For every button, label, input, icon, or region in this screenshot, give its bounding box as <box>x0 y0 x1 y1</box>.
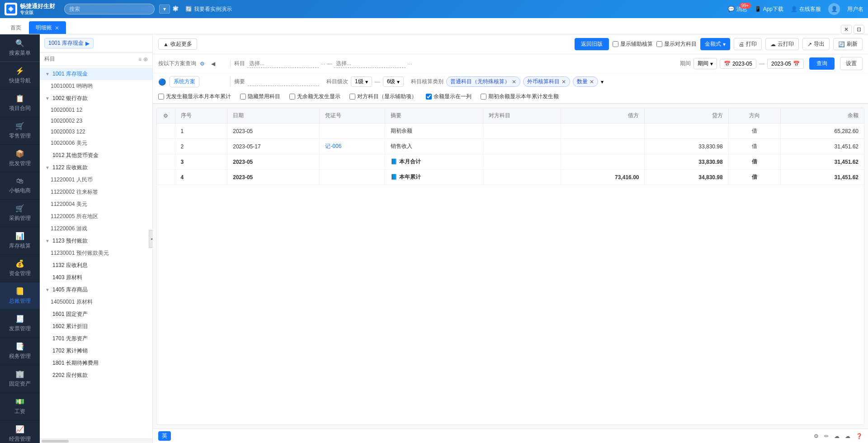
export-btn[interactable]: ↗ 导出 <box>802 38 830 50</box>
back-btn[interactable]: 返回旧版 <box>575 38 609 50</box>
tree-item-1122[interactable]: ▼ 1122 应收账款 <box>40 162 152 174</box>
sidebar-item-search-menu[interactable]: 🔍 搜索菜单 <box>0 34 40 62</box>
filter-collapse-btn[interactable]: ◀ <box>208 60 218 68</box>
period-start-selector[interactable]: 📅 2023-05 <box>720 59 756 69</box>
tree-item-11220004[interactable]: 11220004 美元 <box>40 198 152 210</box>
format-btn[interactable]: 金额式 ▾ <box>700 38 730 50</box>
tree-item-14050001[interactable]: 14050001 原材料 <box>40 296 152 308</box>
tree-item-11230001[interactable]: 11230001 预付账款美元 <box>40 247 152 259</box>
tree-item-1702[interactable]: 1702 累计摊销 <box>40 345 152 357</box>
sidebar-item-invoice-mgmt[interactable]: 🧾 发票管理 <box>0 310 40 338</box>
sidebar-item-capital-mgmt[interactable]: 💰 资金管理 <box>0 255 40 282</box>
online-service-btn[interactable]: 👤 在线客服 <box>791 5 821 13</box>
tree-item-11220006[interactable]: 11220006 游戏 <box>40 223 152 235</box>
subject-end-input[interactable] <box>334 59 406 68</box>
th-gear[interactable]: ⚙ <box>157 108 175 124</box>
show-contra-checkbox[interactable]: 显示对方科目 <box>656 40 697 48</box>
level-start-selector[interactable]: 1级 ▾ <box>351 76 372 87</box>
scroll-thumb[interactable] <box>42 440 69 443</box>
query-btn[interactable]: 查询 <box>809 57 835 70</box>
scheme-btn[interactable]: 系统方案 <box>170 76 199 87</box>
tree-scrollbar-h[interactable] <box>40 438 152 443</box>
tree-item-10020002[interactable]: 10020002 23 <box>40 115 152 126</box>
tree-item-11220005[interactable]: 11220005 所在地区 <box>40 210 152 223</box>
tree-item-2202[interactable]: 2202 应付账款 <box>40 369 152 381</box>
tab-expand-btn[interactable]: ⊡ <box>854 25 864 34</box>
tree-item-1132[interactable]: 1132 应收利息 <box>40 259 152 272</box>
sidebar-item-tax-mgmt[interactable]: 📑 税务管理 <box>0 338 40 365</box>
expand-more-btn[interactable]: ▲ 收起更多 <box>158 38 197 50</box>
sidebar-item-fixed-assets[interactable]: 🏢 固定资产 <box>0 365 40 393</box>
tree-item-10020001[interactable]: 10020001 12 <box>40 105 152 115</box>
sidebar-item-ecommerce[interactable]: 🛍 小畅电商 <box>0 172 40 200</box>
sidebar-item-project-contract[interactable]: 📋 项目合同 <box>0 90 40 117</box>
tag-close-icon-2[interactable]: ✕ <box>561 79 566 85</box>
sidebar-item-payroll[interactable]: 💵 工资 <box>0 393 40 420</box>
avatar[interactable]: 👤 <box>828 3 840 15</box>
voucher-link-2[interactable]: 记-006 <box>325 143 341 149</box>
level-end-selector[interactable]: 6级 ▾ <box>383 76 404 87</box>
tree-item-1701[interactable]: 1701 无形资产 <box>40 333 152 345</box>
sidebar-item-quick-nav[interactable]: ⚡ 快捷导航 <box>0 62 40 90</box>
sidebar-item-purchase-mgmt[interactable]: 🛒 采购管理 <box>0 200 40 227</box>
checkbox-balance-col[interactable]: 余额显示在一列 <box>426 93 472 100</box>
demo-link[interactable]: 🔄 我要看实例演示 <box>185 5 232 13</box>
tree-item-1002[interactable]: ▼ 1002 银行存款 <box>40 92 152 105</box>
tree-item-1405[interactable]: ▼ 1405 库存商品 <box>40 284 152 296</box>
expand-collapse-btn[interactable]: ⊕ <box>143 56 148 62</box>
bottom-help-btn[interactable]: ❓ <box>856 433 863 439</box>
list-view-btn[interactable]: ≡ <box>138 56 142 62</box>
tree-item-11220001[interactable]: 11220001 人民币 <box>40 174 152 186</box>
tag-foreign-subject[interactable]: 外币核算科目 ✕ <box>523 76 570 87</box>
show-contra-input[interactable] <box>656 41 662 47</box>
messages-btn[interactable]: 💬 消息 99+ <box>728 5 747 13</box>
tree-item-1801[interactable]: 1801 长期待摊费用 <box>40 357 152 369</box>
print-btn[interactable]: 🖨 打印 <box>734 38 762 50</box>
translate-btn[interactable]: 英 <box>158 431 171 441</box>
checkbox-no-balance[interactable]: 无发生额显示本月本年累计 <box>158 93 231 100</box>
tree-item-1123[interactable]: ▼ 1123 预付账款 <box>40 235 152 247</box>
app-download-btn[interactable]: 📱 App下载 <box>755 5 783 13</box>
cloud-print-btn[interactable]: ☁ 云打印 <box>765 38 799 50</box>
tree-item-11220002[interactable]: 11220002 往来标签 <box>40 186 152 198</box>
username[interactable]: 用户名 <box>847 5 863 13</box>
sidebar-item-ops-mgmt[interactable]: 📈 经营管理 <box>0 420 40 443</box>
dropdown-btn[interactable]: ▾ <box>159 5 170 14</box>
sidebar-item-retail-mgmt[interactable]: 🛒 零售管理 <box>0 117 40 145</box>
show-aux-input[interactable] <box>613 41 618 47</box>
bottom-cloud-btn[interactable]: ☁ <box>834 433 840 439</box>
show-aux-checkbox[interactable]: 显示辅助核算 <box>613 40 653 48</box>
filter-settings-icon[interactable]: ⚙ <box>200 61 205 67</box>
search-input[interactable] <box>64 4 155 14</box>
tree-item-10010001[interactable]: 10010001 哟哟哟 <box>40 80 152 92</box>
tree-item-1001[interactable]: ▼ 1001 库存现金 <box>40 68 152 80</box>
setting-btn[interactable]: 设置 <box>840 57 863 70</box>
checkbox-contra[interactable]: 对方科目（显示辅助项） <box>349 93 417 100</box>
period-type-selector[interactable]: 期间 ▾ <box>693 58 717 69</box>
tab-detail[interactable]: 明细账 ✕ <box>29 21 66 34</box>
tag-normal-subject[interactable]: 普通科目（无特殊核算） ✕ <box>446 76 520 87</box>
tag-close-icon-3[interactable]: ✕ <box>590 79 594 85</box>
checkbox-ytd[interactable]: 期初余额显示本年累计发生额 <box>481 93 559 100</box>
tab-close-icon[interactable]: ✕ <box>55 25 59 31</box>
tag-close-icon[interactable]: ✕ <box>512 79 516 85</box>
tree-item-1602[interactable]: 1602 累计折旧 <box>40 320 152 333</box>
sidebar-item-wholesale-mgmt[interactable]: 📦 批发管理 <box>0 145 40 172</box>
tree-item-1601[interactable]: 1601 固定资产 <box>40 308 152 320</box>
sidebar-item-general-ledger[interactable]: 📒 总账管理 <box>0 282 40 310</box>
summary-input[interactable] <box>248 77 319 86</box>
tab-home[interactable]: 首页 <box>4 21 28 34</box>
tree-item-10020006[interactable]: 10020006 美元 <box>40 137 152 149</box>
checkbox-no-remain[interactable]: 无余额无发生显示 <box>289 93 340 100</box>
sidebar-item-inventory[interactable]: 📊 库存核算 <box>0 227 40 255</box>
gear-icon[interactable] <box>170 3 181 15</box>
checkbox-hide-disabled[interactable]: 隐藏禁用科目 <box>240 93 280 100</box>
current-account-badge[interactable]: 1001 库存现金 ▶ <box>44 38 94 48</box>
tab-close-btn[interactable]: ✕ <box>841 25 852 34</box>
tree-item-1012[interactable]: 1012 其他货币资金 <box>40 149 152 162</box>
subject-input[interactable] <box>247 59 319 68</box>
refresh-btn[interactable]: 🔄 刷新 <box>833 38 863 50</box>
tag-quantity[interactable]: 数量 ✕ <box>573 76 598 87</box>
tree-item-1403[interactable]: 1403 原材料 <box>40 272 152 284</box>
bottom-edit-btn[interactable]: ✏ <box>824 433 829 439</box>
